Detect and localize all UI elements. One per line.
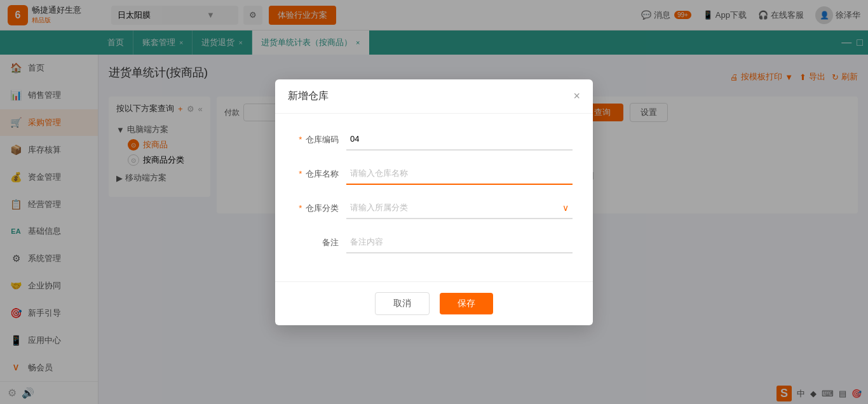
modal-close-button[interactable]: × [573, 90, 580, 103]
modal-header: 新增仓库 × [275, 79, 593, 114]
warehouse-category-select[interactable]: 请输入所属分类 ∨ [346, 198, 573, 219]
warehouse-name-label: * 仓库名称 [295, 168, 346, 180]
required-star-name: * [299, 169, 302, 178]
required-star-category: * [299, 203, 302, 213]
required-star-code: * [299, 135, 302, 144]
modal-title: 新增仓库 [288, 90, 329, 103]
warehouse-code-row: * 仓库编码 [295, 129, 573, 151]
save-button[interactable]: 保存 [440, 293, 493, 314]
new-warehouse-modal: 新增仓库 × * 仓库编码 * 仓库名称 [275, 79, 593, 325]
modal-overlay[interactable]: 新增仓库 × * 仓库编码 * 仓库名称 [0, 0, 868, 404]
modal-body: * 仓库编码 * 仓库名称 * 仓库分类 请输入 [275, 114, 593, 281]
warehouse-name-input[interactable] [346, 163, 573, 185]
warehouse-category-label: * 仓库分类 [295, 203, 346, 214]
warehouse-note-row: 备注 [295, 232, 573, 253]
warehouse-code-label: * 仓库编码 [295, 134, 346, 145]
warehouse-note-label: 备注 [295, 237, 346, 248]
warehouse-note-input[interactable] [346, 232, 573, 253]
warehouse-name-row: * 仓库名称 [295, 163, 573, 185]
warehouse-category-row: * 仓库分类 请输入所属分类 ∨ [295, 198, 573, 219]
warehouse-category-placeholder: 请输入所属分类 [350, 202, 408, 213]
modal-footer: 取消 保存 [275, 281, 593, 325]
warehouse-code-input[interactable] [346, 129, 573, 151]
category-dropdown-arrow: ∨ [562, 203, 569, 213]
cancel-button[interactable]: 取消 [375, 292, 430, 315]
